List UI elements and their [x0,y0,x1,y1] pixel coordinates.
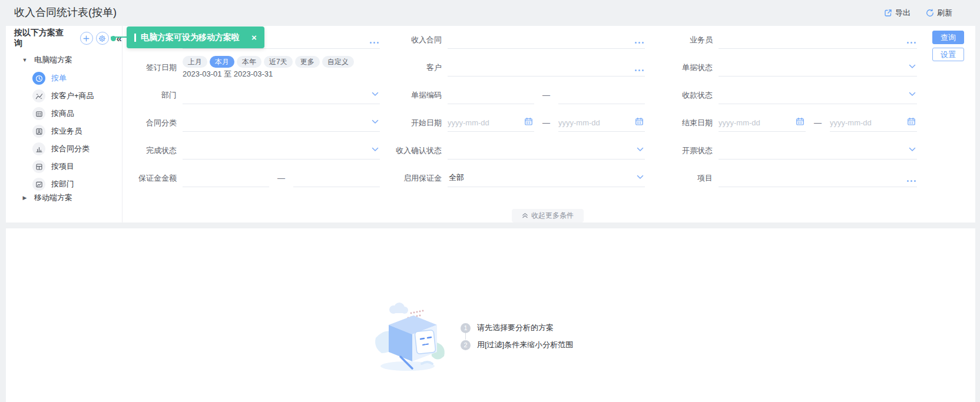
filter-receipt-status: 收款状态 [659,81,917,109]
sidebar-item-by-salesman[interactable]: 按业务员 [32,122,82,140]
customer-field[interactable] [448,59,645,77]
scheme-settings-button[interactable] [96,32,109,45]
filter-finish-status: 完成状态 [123,137,380,164]
pill-last-7-days[interactable]: 近7天 [264,56,293,68]
step-2: 2 用[过滤]条件来缩小分析范围 [461,340,573,350]
sidebar-header: 按以下方案查询 « [14,31,122,46]
deposit-amount-to-input[interactable] [293,171,380,185]
ellipsis-icon[interactable] [370,42,379,44]
collapsed-arrow-icon: ▶ [22,195,28,201]
deposit-enabled-select[interactable]: 全部 [448,170,645,187]
contract-category-select[interactable] [183,114,380,132]
add-scheme-button[interactable] [80,32,93,45]
sidebar-item-by-customer-product[interactable]: 按客户+商品 [32,87,94,105]
filter-deposit-enabled: 启用保证金 全部 [388,164,645,192]
finish-status-select[interactable] [183,142,380,160]
calendar-icon[interactable] [796,117,804,128]
pill-custom[interactable]: 自定义 [322,56,354,68]
filter-label: 业务员 [659,35,713,45]
refresh-icon [926,9,934,17]
doc-code-from-input[interactable] [448,88,534,102]
filter-label: 单据编码 [388,90,442,101]
sidebar-item-by-project[interactable]: 按项目 [32,158,74,175]
pill-this-year[interactable]: 本年 [237,56,261,68]
ellipsis-icon[interactable] [635,69,644,71]
filter-income-contract: 收入合同 [388,26,645,54]
start-date-from-input[interactable] [448,115,523,129]
sidebar-item-by-product[interactable]: 按商品 [32,105,74,122]
filter-label: 收入合同 [388,35,442,45]
start-date-to-input[interactable] [558,115,634,129]
filter-label: 完成状态 [123,145,177,156]
filter-label: 收入确认状态 [388,145,442,156]
filter-label: 启用保证金 [388,173,442,184]
income-confirm-status-select[interactable] [448,142,645,160]
collapse-more-conditions-button[interactable]: 收起更多条件 [512,209,584,222]
calendar-icon[interactable] [907,117,916,128]
calendar-icon[interactable] [524,117,533,128]
tree-group-mobile-schemes[interactable]: ▶ 移动端方案 [22,192,72,203]
step-2-text: 用[过滤]条件来缩小分析范围 [477,340,573,350]
filter-label: 开始日期 [388,118,442,128]
action-buttons: 查询 设置 [932,31,964,61]
chevron-down-icon [909,62,916,71]
date-preset-pills: 上月 本月 本年 近7天 更多 自定义 [183,56,354,68]
range-separator: — [277,174,285,182]
chevron-down-icon [909,89,916,98]
pill-more[interactable]: 更多 [295,56,320,68]
tree-group-pc-schemes[interactable]: ▼ 电脑端方案 [22,55,72,65]
sidebar-item-by-department[interactable]: 按部门 [32,175,74,193]
step-2-number: 2 [461,340,471,350]
project-field[interactable] [719,170,917,187]
query-button[interactable]: 查询 [932,31,964,44]
end-date-from-input[interactable] [719,115,794,129]
settings-button[interactable]: 设置 [932,48,964,61]
mascot-illustration [371,301,446,375]
filter-label: 保证金金额 [123,173,177,184]
top-bar: 收入合同统计表(按单) 导出 刷新 [0,0,980,26]
dept-select[interactable] [183,87,380,104]
pill-last-month[interactable]: 上月 [183,56,207,68]
deposit-amount-from-input[interactable] [183,171,269,185]
close-icon[interactable]: × [251,33,257,42]
range-separator: — [814,118,822,127]
product-list-icon [32,107,45,120]
step-1-number: 1 [461,323,471,333]
tree-group-label: 移动端方案 [34,192,72,203]
filter-salesman: 业务员 [659,26,917,54]
calendar-icon[interactable] [635,117,644,128]
ellipsis-icon[interactable] [635,42,644,44]
collapse-sidebar-icon[interactable]: « [117,34,122,44]
bar-chart-icon [32,142,45,155]
pill-this-month[interactable]: 本月 [210,56,234,68]
chevron-down-icon [372,89,379,98]
range-separator: — [542,91,550,99]
end-date-to-input[interactable] [830,115,906,129]
doc-status-select[interactable] [719,59,917,77]
invoice-status-select[interactable] [719,142,917,160]
sidebar-item-label: 按业务员 [51,126,82,137]
toast-text: 电脑方案可设为移动方案啦 [141,32,240,43]
expanded-arrow-icon: ▼ [22,57,28,63]
sidebar-item-label: 按部门 [51,179,74,190]
collapse-more-label: 收起更多条件 [531,211,574,221]
ellipsis-icon[interactable] [907,180,916,182]
filter-sign-date: 签订日期 上月 本月 本年 近7天 更多 自定义 2023-03-01 至 20… [123,54,380,81]
sidebar-item-label: 按商品 [51,108,74,119]
sidebar-item-by-order[interactable]: 按单 [32,69,67,87]
refresh-button[interactable]: 刷新 [926,8,952,18]
filter-label: 结束日期 [659,118,713,128]
receipt-status-select[interactable] [719,87,917,104]
income-contract-field[interactable] [448,31,645,49]
filter-start-date: 开始日期 — [388,109,645,137]
export-button[interactable]: 导出 [884,8,911,18]
sidebar-item-by-contract-category[interactable]: 按合同分类 [32,140,90,158]
doc-code-to-input[interactable] [558,88,645,102]
ellipsis-icon[interactable] [907,42,916,44]
salesman-field[interactable] [719,31,917,49]
filter-label: 项目 [659,173,713,184]
step-1-text: 请先选择要分析的方案 [477,323,554,333]
filter-label: 签订日期 [123,62,177,73]
clock-icon [32,72,45,85]
filter-label: 客户 [388,62,442,73]
